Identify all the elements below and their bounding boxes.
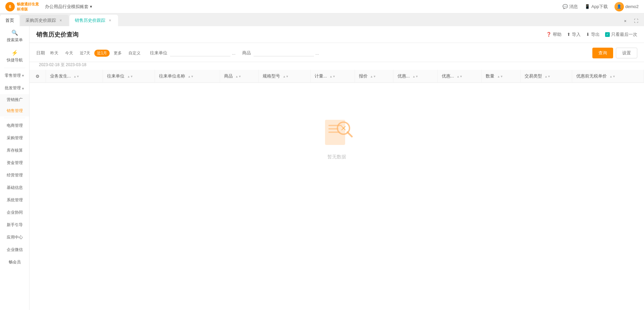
partner-filter-group: 往来单位 ... [150, 50, 235, 56]
only-last-label: 只看最后一次 [611, 32, 637, 38]
sidebar-item-newbie[interactable]: 新手引导 [0, 219, 29, 231]
col-quote[interactable]: 报价 ▲▼ [355, 70, 393, 83]
sidebar-item-wholesale[interactable]: 批发管理 ▲ [0, 82, 29, 94]
app-selector[interactable]: 办公用品行业模拟账套 ▾ [42, 2, 95, 11]
quick-nav-icon: ⚡ [11, 50, 18, 56]
page-actions: ❓ 帮助 ⬆ 导入 ⬇ 导出 ✓ 只看最后一次 [546, 32, 637, 38]
message-label: 消息 [569, 4, 578, 10]
help-icon: ❓ [546, 32, 551, 37]
tab-bar-actions: × ⛶ [621, 17, 644, 26]
app-download-button[interactable]: 📱 App下载 [585, 4, 608, 10]
user-profile[interactable]: 👤 demo2 [614, 2, 639, 11]
page-header: 销售历史价查询 ❓ 帮助 ⬆ 导入 ⬇ 导出 ✓ 只看最后一次 [30, 26, 644, 43]
avatar: 👤 [614, 2, 624, 11]
sort-arrows-spec: ▲▼ [283, 75, 289, 78]
col-discount1[interactable]: 优惠... ▲▼ [393, 70, 438, 83]
sidebar-item-quick-nav[interactable]: ⚡ 快捷导航 [0, 46, 29, 66]
help-button[interactable]: ❓ 帮助 [546, 32, 561, 38]
goods-ellipsis-btn[interactable]: ... [315, 51, 319, 56]
app-selector-label: 办公用品行业模拟账套 [45, 4, 89, 10]
sidebar-item-basic-info[interactable]: 基础信息 [0, 182, 29, 194]
sidebar-item-operations[interactable]: 经营管理 [0, 169, 29, 182]
col-trade-type[interactable]: 交易类型 ▲▼ [520, 70, 572, 83]
col-qty[interactable]: 数量 ▲▼ [482, 70, 520, 83]
user-name: demo2 [625, 4, 639, 9]
partner-ellipsis-btn[interactable]: ... [232, 51, 235, 56]
date-last1month[interactable]: 近1月 [94, 50, 110, 57]
filter-settings-button[interactable]: 设置 [616, 48, 637, 58]
message-button[interactable]: 💬 消息 [562, 4, 578, 10]
download-icon: 📱 [585, 4, 590, 9]
logo-area: 6 畅捷通好生意 标准版 [5, 2, 39, 11]
col-unit[interactable]: 计量... ▲▼ [310, 70, 355, 83]
sidebar-item-finance[interactable]: 资金管理 [0, 157, 29, 169]
sidebar-item-app-center[interactable]: 应用中心 [0, 231, 29, 244]
export-button[interactable]: ⬇ 导出 [586, 32, 600, 38]
tab-home[interactable]: 首页 [0, 15, 19, 26]
wholesale-submenu: 营销推广 销售管理 [0, 94, 29, 116]
col-spec[interactable]: 规格型号 ▲▼ [259, 70, 311, 83]
table-header-row: ⚙ 业务发生... ▲▼ 往来单位 ▲▼ 往来单位名称 ▲▼ [30, 70, 644, 83]
import-button[interactable]: ⬆ 导入 [567, 32, 581, 38]
empty-text: 暂无数据 [327, 154, 346, 160]
sidebar-item-purchase[interactable]: 采购管理 [0, 132, 29, 144]
sidebar-item-inventory[interactable]: 库存核算 [0, 144, 29, 157]
close-purchase-history-tab[interactable]: × [58, 18, 63, 23]
col-biz-date[interactable]: 业务发生... ▲▼ [46, 70, 103, 83]
only-last-checkbox[interactable]: ✓ 只看最后一次 [605, 32, 637, 38]
date-yesterday[interactable]: 昨天 [48, 50, 61, 57]
goods-filter-group: 商品 ... [242, 50, 319, 56]
sidebar-item-marketing[interactable]: 营销推广 [0, 94, 29, 105]
date-last7[interactable]: 近7天 [77, 50, 93, 57]
close-sales-history-tab[interactable]: × [107, 18, 113, 23]
tab-sales-history[interactable]: 销售历史价跟踪 × [69, 15, 118, 26]
sidebar-item-system[interactable]: 系统管理 [0, 194, 29, 206]
date-more[interactable]: 更多 [111, 50, 124, 57]
date-range-text: 2023-02-18 至 2023-03-18 [39, 62, 86, 67]
fullscreen-icon: ⛶ [634, 18, 638, 23]
fullscreen-button[interactable]: ⛶ [632, 17, 640, 25]
svg-rect-1 [328, 125, 342, 126]
import-icon: ⬆ [567, 32, 571, 37]
sidebar-item-wechat[interactable]: 企业微信 [0, 244, 29, 256]
col-settings[interactable]: ⚙ [30, 70, 46, 83]
svg-line-5 [347, 132, 352, 137]
sidebar-item-member[interactable]: 畅会员 [0, 256, 29, 268]
tab-purchase-history[interactable]: 采购历史价跟踪 × [20, 15, 69, 26]
empty-illustration [317, 110, 357, 150]
goods-filter-label: 商品 [242, 50, 251, 56]
close-icon: × [624, 18, 627, 23]
purchase-history-tab-label: 采购历史价跟踪 [25, 17, 56, 23]
date-custom[interactable]: 自定义 [126, 50, 143, 57]
sort-arrows-discount2: ▲▼ [457, 75, 463, 78]
col-partner-name[interactable]: 往来单位名称 ▲▼ [155, 70, 220, 83]
empty-row: 暂无数据 [30, 83, 644, 187]
logo-icon: 6 [5, 2, 15, 11]
query-button[interactable]: 查询 [592, 48, 613, 58]
sidebar-item-search[interactable]: 🔍 搜索菜单 [0, 26, 29, 46]
col-goods[interactable]: 商品 ▲▼ [220, 70, 258, 83]
goods-input[interactable] [254, 50, 314, 56]
sidebar-item-retail[interactable]: 零售管理 ▼ [0, 69, 29, 82]
sidebar-item-enterprise[interactable]: 企业协同 [0, 206, 29, 219]
col-discount2[interactable]: 优惠... ▲▼ [437, 70, 482, 83]
table-body: 暂无数据 [30, 83, 644, 187]
partner-input[interactable] [170, 50, 230, 56]
header-left: 6 畅捷通好生意 标准版 办公用品行业模拟账套 ▾ [5, 2, 95, 11]
sidebar: 🔍 搜索菜单 ⚡ 快捷导航 零售管理 ▼ 批发管理 ▲ 营销推广 销售管理 电商… [0, 26, 30, 310]
date-today[interactable]: 今天 [62, 50, 76, 57]
col-pretax-price[interactable]: 优惠前无税单价 ▲▼ [572, 70, 644, 83]
partner-input-wrapper: ... [170, 50, 235, 56]
main-layout: 🔍 搜索菜单 ⚡ 快捷导航 零售管理 ▼ 批发管理 ▲ 营销推广 销售管理 电商… [0, 26, 644, 310]
home-tab-label: 首页 [5, 17, 14, 23]
sort-arrows-partner-code: ▲▼ [127, 75, 133, 78]
goods-input-wrapper: ... [254, 50, 319, 56]
date-filter-label: 日期 [36, 50, 45, 56]
close-all-tabs-button[interactable]: × [621, 17, 629, 25]
sidebar-item-sales-mgmt[interactable]: 销售管理 [0, 105, 29, 116]
filter-area: 日期 昨天 今天 近7天 近1月 更多 自定义 往来单位 ... [30, 43, 644, 62]
sidebar-item-ecommerce[interactable]: 电商管理 [0, 119, 29, 132]
empty-state: 暂无数据 [30, 83, 644, 187]
col-partner-code[interactable]: 往来单位 ▲▼ [103, 70, 155, 83]
chevron-up-icon: ▲ [21, 86, 25, 90]
